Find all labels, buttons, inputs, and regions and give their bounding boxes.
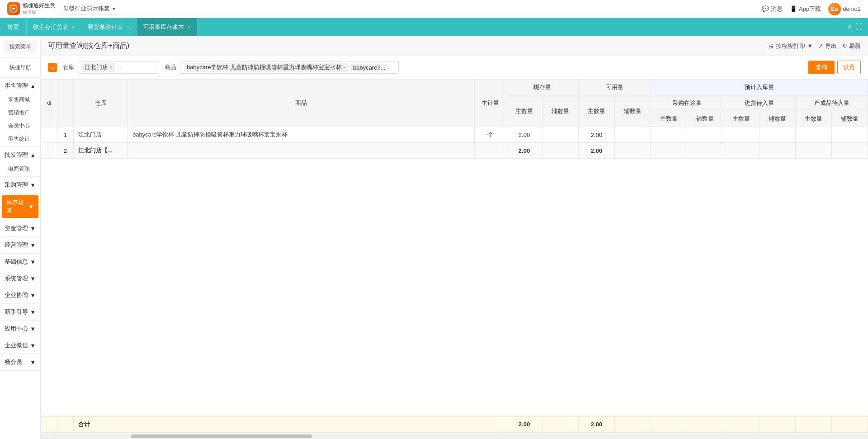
horizontal-scrollbar[interactable] <box>41 434 868 439</box>
row1-product: babycare学饮杯 儿童防摔防撞吸管杯重力球吸嘴杯宝宝水杯 <box>128 127 475 143</box>
print-action[interactable]: 🖨 按模板打印 ▼ <box>768 42 813 50</box>
tab-order-stats[interactable]: 要货单统计表 × <box>81 18 136 36</box>
sidebar-section-system-label: 系统管理 <box>5 274 28 283</box>
filter-bar: » 仓库 江北门店 × ··· 商品 babycare学饮杯 儿童防摔防撞吸管杯… <box>41 56 868 79</box>
print-label: 按模板打印 <box>776 42 805 50</box>
footer-current-total: 2.00 <box>506 416 542 432</box>
page-header: 可用量查询(按仓库+商品) 🖨 按模板打印 ▼ ↗ 导出 ↻ 刷新 <box>41 36 868 56</box>
row1-inbound-main <box>723 127 760 143</box>
sidebar-section-finance-header[interactable]: 资金管理 ▼ <box>0 221 40 236</box>
tab-available-stock[interactable]: 可用量库存账本 × <box>137 18 197 36</box>
sidebar-section-base-header[interactable]: 基础信息 ▼ <box>0 255 40 269</box>
sidebar-item-ecommerce[interactable]: 电商管理 <box>0 162 40 175</box>
sidebar-section-newbie: 新手引导 ▼ <box>0 304 40 321</box>
row2-production-aux <box>832 143 868 159</box>
sidebar-item-quicknav[interactable]: 快捷导航 <box>0 61 40 75</box>
col-seq <box>57 80 74 127</box>
sidebar-section-newbie-header[interactable]: 新手引导 ▼ <box>0 305 40 319</box>
col-inbound-pending-main: 主数量 <box>723 111 760 127</box>
tab-receivables-close-icon[interactable]: × <box>72 24 75 30</box>
tab-maximize-icon[interactable]: ⛶ <box>855 23 863 31</box>
tab-home[interactable]: 首页 <box>0 18 27 36</box>
sidebar-section-base-label: 基础信息 <box>5 258 28 266</box>
message-action[interactable]: 💬 消息 <box>762 5 783 13</box>
sidebar-section-appcenter-header[interactable]: 应用中心 ▼ <box>0 321 40 336</box>
col-avail-main: 主数量 <box>579 95 615 127</box>
download-icon: 📱 <box>790 5 797 12</box>
sidebar-section-operations-chevron: ▼ <box>30 242 36 249</box>
product-tag-2-value: babycare?... <box>353 64 386 71</box>
industry-label: 母婴行业演示账套 <box>63 5 110 13</box>
sidebar-item-retail-stats[interactable]: 零售统计 <box>0 132 40 146</box>
col-unit: 主计量 <box>475 80 506 127</box>
row2-current-aux <box>542 143 579 159</box>
row1-inbound-aux <box>760 127 796 143</box>
sidebar-section-operations-header[interactable]: 经营管理 ▼ <box>0 238 40 252</box>
sidebar-item-marketing[interactable]: 营销推广 <box>0 106 40 119</box>
scrollbar-thumb[interactable] <box>131 434 312 438</box>
search-menu-button[interactable]: 搜索菜单 <box>4 41 37 53</box>
filter-action-buttons: 查询 设置 <box>808 61 861 74</box>
sidebar-section-purchase: 采购管理 ▼ <box>0 177 40 194</box>
col-current-main: 主数量 <box>506 95 542 127</box>
row1-warehouse: 江北门店 <box>74 127 128 143</box>
sidebar-section-member-header[interactable]: 畅会员 ▼ <box>0 355 40 369</box>
column-settings-icon[interactable]: ⚙ <box>47 100 52 107</box>
row1-production-aux <box>832 127 868 143</box>
sidebar-section-appcenter: 应用中心 ▼ <box>0 321 40 337</box>
sidebar-section-retail-label: 零售管理 <box>5 82 28 90</box>
warehouse-filter-dots[interactable]: ··· <box>117 64 122 71</box>
header-left: 畅捷通好生意 标准版 母婴行业演示账套 ▼ <box>7 2 120 15</box>
warehouse-filter-group: 仓库 江北门店 × ··· <box>62 61 159 74</box>
product-filter-dots[interactable]: ··· <box>390 64 395 71</box>
settings-button[interactable]: 设置 <box>837 61 861 74</box>
sidebar-section-operations-label: 经营管理 <box>5 241 28 249</box>
col-production-pending-main: 主数量 <box>796 111 832 127</box>
tab-close-all-icon[interactable]: × <box>848 23 852 31</box>
filter-expand-button[interactable]: » <box>48 63 57 72</box>
sidebar-section-wholesale-header[interactable]: 批发管理 ▲ <box>0 148 40 162</box>
footer-production-main <box>796 416 832 432</box>
query-button[interactable]: 查询 <box>808 61 835 74</box>
industry-selector[interactable]: 母婴行业演示账套 ▼ <box>59 3 120 14</box>
sidebar-section-wechat: 企业微信 ▼ <box>0 337 40 354</box>
industry-chevron-icon: ▼ <box>112 6 116 11</box>
export-icon: ↗ <box>818 42 823 49</box>
sidebar-section-wechat-chevron: ▼ <box>30 342 36 349</box>
product-tag-1-close-icon[interactable]: × <box>343 65 346 70</box>
footer-production-aux <box>832 416 868 432</box>
sidebar-section-inventory-header[interactable]: 库存核算 ▼ <box>2 195 38 218</box>
sidebar-item-member-center[interactable]: 会员中心 <box>0 119 40 132</box>
sidebar-section-retail-header[interactable]: 零售管理 ▲ <box>0 79 40 93</box>
row1-current-aux <box>542 127 579 143</box>
col-production-pending: 产成品待入量 <box>796 95 868 111</box>
refresh-action[interactable]: ↻ 刷新 <box>842 42 861 50</box>
col-production-pending-aux: 辅数量 <box>832 111 868 127</box>
col-purchase-transit-main: 主数量 <box>651 111 687 127</box>
sidebar-item-retail-mall[interactable]: 零售商城 <box>0 93 40 106</box>
row2-warehouse: 江北门店【... <box>74 143 128 159</box>
sidebar-section-wechat-header[interactable]: 企业微信 ▼ <box>0 338 40 353</box>
col-available: 可用量 <box>579 80 651 95</box>
sidebar-section-enterprise-header[interactable]: 企业协同 ▼ <box>0 288 40 302</box>
tab-order-stats-close-icon[interactable]: × <box>127 24 129 30</box>
sidebar-section-inventory-label: 库存核算 <box>6 198 28 215</box>
sidebar-section-purchase-chevron: ▼ <box>30 182 36 189</box>
product-filter-label: 商品 <box>165 63 176 71</box>
message-label: 消息 <box>771 5 783 13</box>
tab-receivables[interactable]: 收发存汇总表 × <box>27 18 81 36</box>
tabs-right-controls: × ⛶ <box>848 23 868 31</box>
export-action[interactable]: ↗ 导出 <box>818 42 837 50</box>
footer-row: 合计 2.00 2.00 <box>41 416 868 432</box>
sidebar-section-purchase-header[interactable]: 采购管理 ▼ <box>0 178 40 192</box>
tab-available-stock-close-icon[interactable]: × <box>188 24 190 30</box>
warehouse-tag-close-icon[interactable]: × <box>109 65 112 70</box>
page-title: 可用量查询(按仓库+商品) <box>48 41 129 51</box>
app-download-action[interactable]: 📱 App下载 <box>790 5 821 13</box>
warehouse-input[interactable]: 江北门店 × ··· <box>78 61 159 74</box>
product-input[interactable]: babycare学饮杯 儿童防摔防撞吸管杯重力球吸嘴杯宝宝水杯 × babyca… <box>180 61 399 74</box>
user-profile[interactable]: Ea demo2 <box>828 3 861 15</box>
footer-avail-total: 2.00 <box>579 416 615 432</box>
sidebar-section-system-header[interactable]: 系统管理 ▼ <box>0 271 40 286</box>
tab-home-label: 首页 <box>7 23 19 31</box>
